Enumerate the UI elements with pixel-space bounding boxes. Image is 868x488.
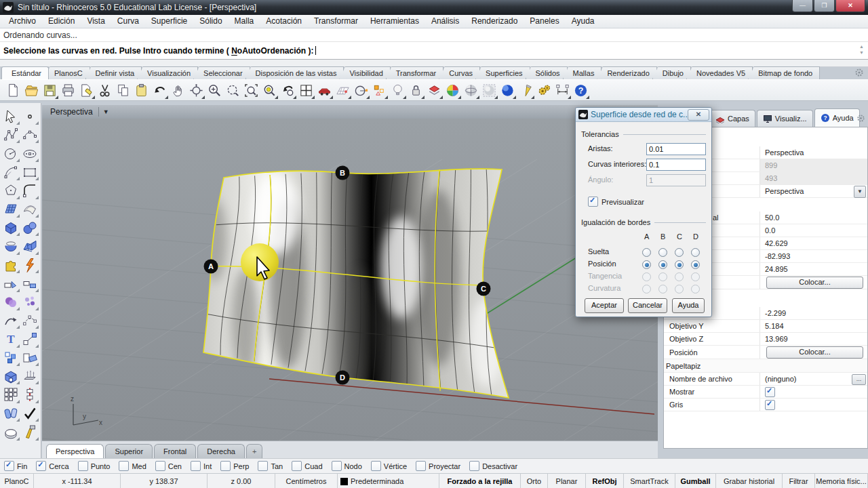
sphere-render-button[interactable] <box>498 81 517 100</box>
toolbar-tab-curvas[interactable]: Curvas <box>439 66 480 79</box>
sphere-wire-button[interactable] <box>462 81 480 100</box>
zoom-dynamic-button[interactable] <box>224 81 242 100</box>
property-value[interactable]: -82.993 <box>760 250 867 262</box>
property-value[interactable]: Colocar... <box>760 276 867 289</box>
undo-view-button[interactable] <box>279 81 297 100</box>
viewport-tab-derecha[interactable]: Derecha <box>197 444 245 458</box>
toolbar-tab-planosc[interactable]: PlanosC <box>44 66 90 79</box>
viewport-menu-arrow-icon[interactable]: ▼ <box>103 108 109 115</box>
menu-item-analisis[interactable]: Análisis <box>425 15 465 28</box>
status-filtrar[interactable]: Filtrar <box>783 474 815 488</box>
status-x-111-34[interactable]: x -111.34 <box>34 474 121 488</box>
polyline-button[interactable] <box>1 125 20 144</box>
viewport-layout-button[interactable] <box>297 81 315 100</box>
spheres-button[interactable] <box>20 218 39 237</box>
menu-item-malla[interactable]: Malla <box>229 15 260 28</box>
osnap-desactivar-checkbox[interactable] <box>469 461 479 471</box>
status-memoria-fisic[interactable]: Memoria físic... <box>815 474 868 488</box>
status-smarttrack[interactable]: SmartTrack <box>624 474 675 488</box>
help-button[interactable]: Ayuda <box>672 298 705 313</box>
osnap-cerca[interactable]: Cerca <box>36 461 68 471</box>
radio-posicion-c[interactable] <box>675 260 684 269</box>
toolbar-tab-visualizacion[interactable]: Visualización <box>137 66 198 79</box>
boolean-union-button[interactable] <box>1 293 20 311</box>
osnap-proyectar-checkbox[interactable] <box>416 461 426 471</box>
polygon-button[interactable] <box>1 182 20 200</box>
toolbar-tab-superficies[interactable]: Superficies <box>475 66 530 79</box>
command-prompt[interactable]: Seleccione las curvas en red. Pulse Intr… <box>0 42 868 60</box>
rotate-view-button[interactable] <box>187 81 205 100</box>
property-value[interactable]: Perspectiva▼ <box>760 185 867 197</box>
radio-posicion-a[interactable] <box>642 260 651 269</box>
cap-holes-button[interactable] <box>1 423 20 441</box>
status-planoc[interactable]: PlanoC <box>0 474 34 488</box>
osnap-perp-checkbox[interactable] <box>220 461 231 471</box>
spray-render-button[interactable] <box>20 423 39 441</box>
osnap-fin[interactable]: Fin <box>4 461 27 471</box>
circle-center-button[interactable] <box>352 81 370 100</box>
toolbar-tab-dibujo[interactable]: Dibujo <box>652 66 691 79</box>
dropdown-arrow-button[interactable]: ▼ <box>854 186 866 198</box>
viewport-canvas[interactable]: ABCDzyx <box>42 119 658 441</box>
status-z-0-00[interactable]: z 0.00 <box>208 474 275 488</box>
torus-button[interactable] <box>1 237 20 256</box>
blocks-button[interactable] <box>1 348 20 367</box>
cone-flag-button[interactable] <box>517 81 535 100</box>
mesh-surface-button[interactable] <box>20 237 39 256</box>
osnap-cerca-checkbox[interactable] <box>36 461 46 471</box>
property-value[interactable]: 5.184 <box>760 320 867 332</box>
osnap-vertice-checkbox[interactable] <box>371 461 381 471</box>
radio-posicion-b[interactable] <box>658 260 667 269</box>
command-option-text[interactable]: oAutoOrdenación <box>237 46 306 56</box>
arc-button[interactable] <box>1 163 20 181</box>
zoom-in-button[interactable] <box>205 81 224 100</box>
property-value[interactable]: 50.0 <box>760 211 867 224</box>
ellipse-button[interactable] <box>20 144 39 163</box>
menu-item-acotacion[interactable]: Acotación <box>260 15 308 28</box>
status-forzado-a-la-rejilla[interactable]: Forzado a la rejilla <box>439 474 521 488</box>
osnap-med[interactable]: Med <box>119 461 146 471</box>
array-grid-button[interactable] <box>1 386 20 404</box>
paste-button[interactable] <box>132 81 151 100</box>
toolbar-gear-icon[interactable] <box>854 68 864 77</box>
open-file-button[interactable] <box>22 81 41 100</box>
browse-button[interactable]: ... <box>852 374 866 385</box>
radio-suelta-c[interactable] <box>675 248 684 257</box>
fillet-corner-button[interactable] <box>20 182 39 200</box>
surface-network-dialog[interactable]: Superficie desde red de c... ✕ Toleranci… <box>575 107 712 317</box>
toolbar-tab-solidos[interactable]: Sólidos <box>526 66 568 79</box>
radio-posicion-d[interactable] <box>691 260 700 269</box>
panel-tab-ayuda[interactable]: ?Ayuda <box>814 108 860 127</box>
toolbar-tab-seleccionar[interactable]: Seleccionar <box>193 66 250 79</box>
osnap-nodo-checkbox[interactable] <box>332 461 342 471</box>
osnap-proyectar[interactable]: Proyectar <box>416 461 460 471</box>
panel-tab-capas[interactable]: Capas <box>709 110 755 127</box>
trim-button[interactable] <box>1 274 20 293</box>
property-value[interactable]: 13.969 <box>760 333 867 345</box>
toolbar-tab-transformar[interactable]: Transformar <box>386 66 444 79</box>
status-refobj[interactable]: RefObj <box>586 474 624 488</box>
curve-control-button[interactable] <box>20 311 39 329</box>
viewport-title[interactable]: Perspectiva <box>42 107 98 117</box>
toolbar-tab-renderizado[interactable]: Renderizado <box>597 66 656 79</box>
menu-item-renderizado[interactable]: Renderizado <box>465 15 524 28</box>
menu-item-vista[interactable]: Vista <box>81 15 111 28</box>
cancel-button[interactable]: Cancelar <box>628 298 667 313</box>
erase-button[interactable] <box>77 81 96 100</box>
osnap-nodo[interactable]: Nodo <box>332 461 362 471</box>
point-button[interactable] <box>20 107 39 125</box>
solid-box-button[interactable] <box>1 367 20 385</box>
toolbar-tab-definir-vista[interactable]: Definir vista <box>85 66 142 79</box>
gris-checkbox[interactable] <box>765 400 775 410</box>
osnap-int[interactable]: Int <box>191 461 212 471</box>
save-file-button[interactable] <box>41 81 59 100</box>
check-geometry-button[interactable] <box>20 404 39 422</box>
dialog-close-button[interactable]: ✕ <box>688 109 709 121</box>
lamp-button[interactable] <box>389 81 407 100</box>
radio-suelta-a[interactable] <box>642 248 651 257</box>
property-value[interactable]: -2.299 <box>760 307 867 319</box>
surface-network-button[interactable] <box>1 200 20 218</box>
colocar-button[interactable]: Colocar... <box>766 346 863 359</box>
status-centimetros[interactable]: Centímetros <box>275 474 338 488</box>
command-option-accelerator[interactable]: N <box>231 46 237 56</box>
